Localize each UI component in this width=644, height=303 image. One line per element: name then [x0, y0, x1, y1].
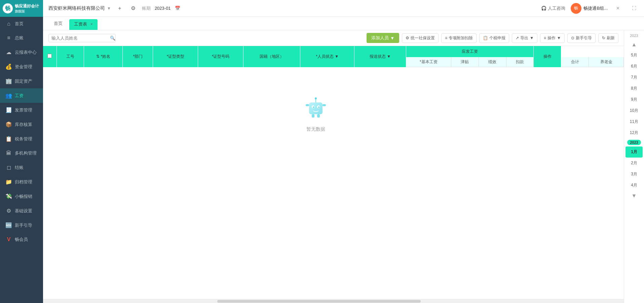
refresh-button[interactable]: ↻ 刷新: [598, 33, 618, 43]
month-item-6[interactable]: 6月: [624, 61, 644, 72]
header-nationality: 国籍（地区）: [243, 46, 300, 67]
tabbar: 首页 工资表 ×: [43, 17, 644, 30]
sidebar-item-close-account[interactable]: ◻ 结账: [0, 160, 43, 175]
export-button[interactable]: ↗ 导出 ▼: [512, 33, 537, 43]
avatar[interactable]: 畅: [571, 3, 581, 14]
sidebar-item-tax[interactable]: 📋 税务管理: [0, 132, 43, 146]
empty-text: 暂无数据: [306, 126, 325, 132]
settings-button[interactable]: ⚙: [128, 4, 138, 13]
svg-rect-9: [312, 114, 314, 118]
settings-icon: ⚙: [5, 208, 12, 214]
select-all-checkbox[interactable]: [47, 54, 52, 58]
user-name[interactable]: 畅捷通B组...: [583, 5, 608, 11]
sidebar: 畅 畅应通好会计 旗舰版 ⌂ 首页 ≡ 总账 ☁ 云报表中心 💰 资金管理 🏢 …: [0, 0, 43, 303]
inventory-icon: 📦: [5, 121, 12, 128]
sidebar-item-multi-org[interactable]: 🏛 多机构管理: [0, 146, 43, 160]
month-item-11[interactable]: 11月: [624, 116, 644, 127]
export-dropdown-icon: ▼: [530, 36, 534, 40]
headset-icon: 🎧: [541, 6, 546, 11]
guide-button[interactable]: ⊙ 新手引导: [567, 33, 596, 43]
service-button[interactable]: 🎧 人工咨询: [541, 5, 565, 11]
refresh-icon: ↻: [602, 36, 605, 40]
month-nav-down[interactable]: ▼: [624, 191, 644, 201]
building-icon: 🏢: [5, 78, 12, 84]
empty-state: 暂无数据: [43, 67, 589, 159]
month-panel: 2023 ▲ 5月 6月 7月 8月 9月 10月 11月 12月 2023 1…: [624, 30, 644, 303]
social-security-icon: ⚙: [406, 36, 409, 40]
service-label: 人工咨询: [548, 5, 565, 11]
tax-button[interactable]: 📋 个税申报: [479, 33, 509, 43]
invoice-icon: 🧾: [5, 107, 12, 113]
header-status: *人员状态 ▼: [300, 46, 354, 67]
header-salary-group: 应发工资: [406, 46, 534, 57]
month-item-4[interactable]: 4月: [624, 180, 644, 191]
tab-home[interactable]: 首页: [48, 18, 68, 30]
period-label: 账期: [142, 5, 151, 11]
operation-button[interactable]: ≡ 操作 ▼: [540, 33, 565, 43]
sidebar-item-vip[interactable]: V 畅会员: [0, 232, 43, 247]
month-item-12[interactable]: 12月: [624, 127, 644, 138]
sidebar-item-inventory[interactable]: 📦 库存核算: [0, 117, 43, 132]
sidebar-item-cloud-report[interactable]: ☁ 云报表中心: [0, 45, 43, 59]
month-item-3[interactable]: 3月: [624, 169, 644, 180]
month-item-9[interactable]: 9月: [624, 94, 644, 105]
sidebar-item-expense[interactable]: 💸 小畅报销: [0, 189, 43, 204]
sidebar-item-salary[interactable]: 👥 工资: [0, 88, 43, 103]
window-expand-button[interactable]: ⛶: [629, 4, 639, 13]
horizontal-scrollbar[interactable]: [43, 299, 624, 303]
company-selector[interactable]: 西安虾米网络科技有限公司 ▼: [48, 5, 111, 11]
header-id-number: *证型号码: [198, 46, 243, 67]
month-item-10[interactable]: 10月: [624, 105, 644, 116]
fund-icon: 💰: [5, 63, 12, 70]
month-nav-up[interactable]: ▲: [624, 40, 644, 50]
window-close-button[interactable]: ✕: [613, 4, 622, 13]
sidebar-item-fund[interactable]: 💰 资金管理: [0, 59, 43, 74]
operation-dropdown-icon: ▼: [557, 36, 561, 40]
header-allowance: 津贴: [451, 57, 479, 67]
month-item-8[interactable]: 8月: [624, 83, 644, 94]
table-header-row: 工号 ⇅ *姓名 *部门 *证型类型 *证型号码 国籍（地区） *人员状态 ▼ …: [43, 46, 624, 57]
checkbox-header: [43, 46, 56, 67]
month-item-1[interactable]: 1月: [626, 146, 643, 158]
svg-rect-0: [309, 102, 323, 114]
vip-icon: V: [5, 236, 12, 243]
tab-salary-close[interactable]: ×: [90, 22, 93, 27]
header-total: 合计: [561, 57, 589, 67]
search-icon: 🔍: [110, 36, 115, 41]
table-wrap: 工号 ⇅ *姓名 *部门 *证型类型 *证型号码 国籍（地区） *人员状态 ▼ …: [43, 46, 624, 299]
main-content: 西安虾米网络科技有限公司 ▼ + ⚙ 账期 2023-01 📅 🎧 人工咨询 畅…: [43, 0, 644, 303]
month-item-2[interactable]: 2月: [624, 158, 644, 169]
sidebar-item-home[interactable]: ⌂ 首页: [0, 17, 43, 31]
add-company-button[interactable]: +: [115, 4, 124, 13]
tab-salary[interactable]: 工资表 ×: [69, 19, 98, 30]
main-panel: 🔍 添加人员 ▼ ⚙ 统一社保设置 ≡ 专项附加扣除: [43, 30, 624, 303]
calendar-icon[interactable]: 📅: [175, 6, 180, 11]
search-input[interactable]: [51, 36, 108, 41]
guide-icon: ⊙: [571, 36, 574, 40]
empty-icon: [302, 94, 329, 121]
sidebar-item-fixed-assets[interactable]: 🏢 固定资产: [0, 74, 43, 88]
sidebar-item-guide[interactable]: 🆕 新手引导: [0, 218, 43, 232]
svg-rect-8: [323, 104, 326, 106]
header-name: ⇅ *姓名: [84, 46, 123, 67]
header-work-number: 工号: [56, 46, 84, 67]
month-item-7[interactable]: 7月: [624, 72, 644, 83]
period-value: 2023-01: [155, 6, 171, 11]
sidebar-item-invoice[interactable]: 🧾 发票管理: [0, 103, 43, 117]
content-area: 🔍 添加人员 ▼ ⚙ 统一社保设置 ≡ 专项附加扣除: [43, 30, 644, 303]
sidebar-nav: ⌂ 首页 ≡ 总账 ☁ 云报表中心 💰 资金管理 🏢 固定资产 👥 工资 🧾 发…: [0, 17, 43, 303]
scrollbar-thumb: [217, 300, 420, 303]
header-operation: 操作: [534, 46, 561, 67]
sidebar-logo: 畅 畅应通好会计 旗舰版: [0, 0, 43, 17]
sidebar-item-archive[interactable]: 📁 归档管理: [0, 175, 43, 189]
deduction-icon: ≡: [445, 36, 447, 40]
month-item-5[interactable]: 5月: [624, 50, 644, 61]
sidebar-item-settings[interactable]: ⚙ 基础设置: [0, 204, 43, 218]
social-security-button[interactable]: ⚙ 统一社保设置: [402, 33, 439, 43]
add-person-button[interactable]: 添加人员 ▼: [367, 33, 399, 43]
header-id-type: *证型类型: [153, 46, 198, 67]
svg-rect-10: [317, 114, 320, 118]
user-area: 畅 畅捷通B组...: [571, 3, 608, 14]
deduction-button[interactable]: ≡ 专项附加扣除: [441, 33, 477, 43]
sidebar-item-ledger[interactable]: ≡ 总账: [0, 31, 43, 45]
